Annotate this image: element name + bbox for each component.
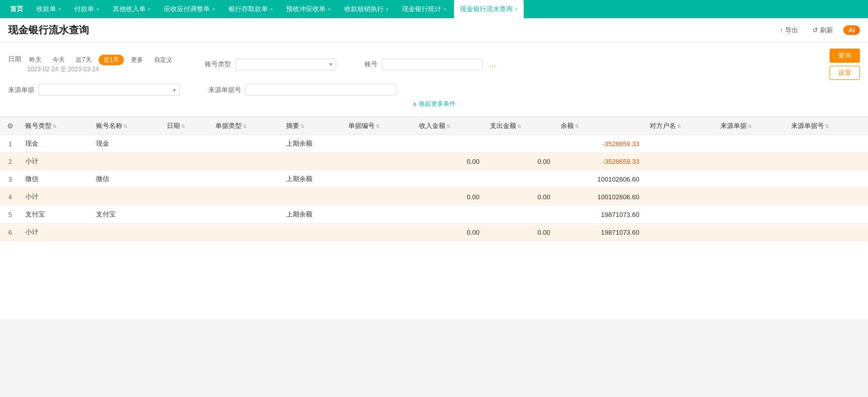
filter-actions: 查询 设置 [830,49,860,80]
th-account_type[interactable]: 账号类型⇅ [20,117,91,135]
gear-icon[interactable]: ⚙ [7,122,14,130]
td-account_type-row3: 小计 [20,188,91,206]
td-gear-row3: 4 [0,188,20,206]
filter-row-2: 来源单据 ▼ 来源单据号 [8,84,860,96]
th-gear[interactable]: ⚙ [0,117,20,135]
dots-button[interactable]: ... [487,60,497,69]
td-date-row1 [162,153,210,170]
ai-badge[interactable]: Ai [843,25,860,35]
nav-tab-8[interactable]: 现金银行流水查询× [454,0,524,18]
th-summary[interactable]: 摘要⇅ [281,117,343,135]
nav-tab-close-1[interactable]: × [96,6,99,12]
table-row: 6小计0.000.0019871073.60 [0,224,868,241]
sort-icon-doc_type[interactable]: ⇅ [243,123,247,129]
td-source_doc-row0 [715,135,786,153]
collapse-label: 收起更多条件 [419,100,455,108]
nav-home[interactable]: 首页 [4,0,29,18]
nav-tab-close-6[interactable]: × [386,6,389,12]
date-shortcut-0[interactable]: 昨天 [25,55,45,65]
th-label-source_doc: 来源单据 [720,122,747,129]
td-date-row5 [162,224,210,241]
source-doc-filter: 来源单据 ▼ [8,84,180,96]
date-filter: 日期 昨天今天近7天近1月更多自定义 2023-02-24 至 2023-03-… [8,55,176,74]
source-doc-no-label: 来源单据号 [208,85,241,95]
th-label-date: 日期 [167,122,180,129]
td-expense-row0 [485,135,556,153]
collapse-up-icon: ∧ [413,101,417,108]
date-shortcut-1[interactable]: 今天 [49,55,69,65]
th-date[interactable]: 日期⇅ [162,117,210,135]
top-nav: 首页 收款单×付款单×其他收入单×应收应付调整单×银行存取款单×预收冲应收单×收… [0,0,868,18]
th-balance[interactable]: 余额⇅ [556,117,645,135]
sort-icon-doc_no[interactable]: ⇅ [376,123,380,129]
th-counterpart[interactable]: 对方户名⇅ [645,117,715,135]
td-summary-row3 [281,188,343,206]
source-doc-no-input[interactable] [245,84,397,96]
th-expense[interactable]: 支出金额⇅ [485,117,556,135]
nav-tab-close-3[interactable]: × [212,6,215,12]
th-doc_no[interactable]: 单据编号⇅ [343,117,414,135]
td-gear-row4: 5 [0,206,20,224]
date-shortcut-3[interactable]: 近1月 [99,55,124,65]
th-account_name[interactable]: 账号名称⇅ [91,117,162,135]
settings-button[interactable]: 设置 [830,66,860,80]
nav-tab-1[interactable]: 付款单× [68,0,105,18]
collapse-bar[interactable]: ∧ 收起更多条件 [8,98,860,110]
source-doc-select[interactable] [38,84,180,96]
table-row: 4小计0.000.00100102606.60 [0,188,868,206]
nav-tab-close-0[interactable]: × [58,6,61,12]
td-balance-row3: 100102606.60 [556,188,645,206]
nav-tab-close-8[interactable]: × [515,6,518,12]
header-bar: 现金银行流水查询 ↑ 导出 ↺ 刷新 Ai [0,18,868,42]
th-source_doc[interactable]: 来源单据⇅ [715,117,786,135]
date-label: 日期 [8,55,21,64]
date-shortcut-2[interactable]: 近7天 [72,55,96,65]
account-type-select[interactable] [235,59,336,70]
date-shortcut-4[interactable]: 更多 [127,55,147,65]
td-counterpart-row5 [645,224,715,241]
nav-tab-label-4: 银行存取款单 [229,5,268,14]
query-button[interactable]: 查询 [830,49,860,63]
td-balance-row1: -3528659.33 [556,153,645,170]
sort-icon-counterpart[interactable]: ⇅ [677,123,681,129]
sort-icon-date[interactable]: ⇅ [181,123,185,129]
td-account_type-row0: 现金 [20,135,91,153]
td-source_doc-row5 [715,224,786,241]
th-doc_type[interactable]: 单据类型⇅ [210,117,281,135]
account-input[interactable] [382,59,483,70]
sort-icon-expense[interactable]: ⇅ [517,123,521,129]
nav-tab-2[interactable]: 其他收入单× [107,0,157,18]
sort-icon-income[interactable]: ⇅ [446,123,450,129]
td-counterpart-row4 [645,206,715,224]
nav-tab-0[interactable]: 收款单× [30,0,67,18]
sort-icon-account_type[interactable]: ⇅ [53,123,57,129]
refresh-button[interactable]: ↺ 刷新 [808,24,837,37]
filter-row-1: 日期 昨天今天近7天近1月更多自定义 2023-02-24 至 2023-03-… [8,49,860,80]
nav-tab-3[interactable]: 应收应付调整单× [158,0,221,18]
nav-tab-close-2[interactable]: × [148,6,151,12]
nav-tab-label-0: 收款单 [36,5,56,14]
nav-tab-close-5[interactable]: × [328,6,331,12]
table-row: 2小计0.000.00-3528659.33 [0,153,868,170]
sort-icon-balance[interactable]: ⇅ [575,123,579,129]
nav-tab-5[interactable]: 预收冲应收单× [280,0,337,18]
sort-icon-source_doc_no[interactable]: ⇅ [825,123,829,129]
source-doc-no-filter: 来源单据号 [208,84,397,96]
td-account_name-row4: 支付宝 [91,206,162,224]
nav-tab-6[interactable]: 收款核销执行× [338,0,395,18]
td-expense-row5: 0.00 [485,224,556,241]
nav-tab-7[interactable]: 现金银行统计× [396,0,452,18]
td-gear-row0: 1 [0,135,20,153]
sort-icon-summary[interactable]: ⇅ [300,123,304,129]
account-type-filter: 账号类型 ▼ [205,59,336,70]
nav-tab-close-4[interactable]: × [270,6,273,12]
export-button[interactable]: ↑ 导出 [776,24,803,37]
date-shortcut-5[interactable]: 自定义 [150,55,176,65]
th-source_doc_no[interactable]: 来源单据号⇅ [786,117,868,135]
sort-icon-source_doc[interactable]: ⇅ [748,123,752,129]
th-income[interactable]: 收入金额⇅ [414,117,485,135]
nav-tab-close-7[interactable]: × [443,6,446,12]
sort-icon-account_name[interactable]: ⇅ [123,123,127,129]
td-date-row2 [162,170,210,188]
nav-tab-4[interactable]: 银行存取款单× [222,0,279,18]
